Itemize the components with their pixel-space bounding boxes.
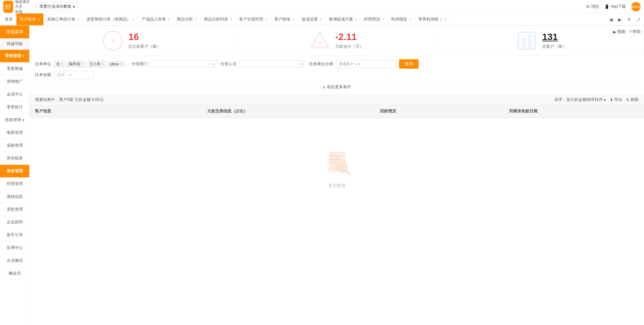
dept-filter-label: 分管部门 [132,61,148,67]
tab-product-analysis[interactable]: 商品分析 × [173,13,201,26]
close-tab-icon[interactable]: × [265,17,267,21]
more-tags-button[interactable]: ... [126,62,129,66]
sidebar-item-enterprise-wechat[interactable]: 企业微信 [0,254,29,267]
sidebar-item-retail-mall[interactable]: 零售商城 [0,63,29,75]
stat-value-debt: -2.11 [335,32,363,42]
question-icon: ? [629,30,632,34]
tab-home[interactable]: 首页 [1,13,16,26]
sidebar-item-operation[interactable]: 经营管理 [0,178,29,190]
sidebar-item-beginner-guide[interactable]: 新手引导 [0,229,29,242]
sidebar-item-system[interactable]: 系统管理 [0,203,29,216]
stat-block-debt: ✦ -2.11 欠款合计（万） [234,26,439,56]
remove-tag-button[interactable]: × [120,62,122,66]
close-tab-icon[interactable]: × [38,17,40,21]
remove-tag-button[interactable]: × [61,62,63,66]
close-tab-icon[interactable]: × [293,17,295,21]
sidebar-item-inventory[interactable]: 库存核算 [0,152,29,165]
col-header-repayment: 回款情况 [380,108,509,114]
close-tab-icon[interactable]: × [195,17,197,21]
tab-profit-report[interactable]: 利润报告 × [388,13,415,26]
close-tab-icon[interactable]: × [168,17,170,21]
empty-state: 暂无数据 [30,118,644,216]
table-header: 客户信息 欠款交易信息（占比） 回款情况 到期未收款日期 [30,105,644,118]
video-button[interactable]: ▶ 视频 [613,29,625,35]
export-button[interactable]: ⬆ 导出 [610,97,622,103]
sidebar-item-marketing[interactable]: 营销推广 [0,75,29,88]
sidebar-item-member-center[interactable]: 会员中心 [0,88,29,101]
person-select[interactable]: ··· ▾ [239,60,306,68]
app-download-button[interactable]: 📱 App下载 [604,4,626,9]
tab-product-inbound[interactable]: 产成品入库单 × [138,13,174,26]
col-header-debt-info: 欠款交易信息（占比） [207,108,380,114]
sidebar-item-enterprise-collab[interactable]: 企业协同 [0,216,29,229]
chevron-down-icon: ▾ [213,62,215,66]
tab-purchase-order-stats[interactable]: 采购订单统计表 × [44,13,83,26]
close-tab-icon[interactable]: × [320,17,322,21]
sidebar-item-app-center[interactable]: 应用中心 [0,242,29,254]
remove-tag-button[interactable]: × [101,62,103,66]
tab-product-analysis-list[interactable]: 商品分析列表 × [201,13,236,26]
sidebar-item-ecommerce[interactable]: 电商管理 [0,127,29,139]
tab-close-all-button[interactable]: ✕ [625,17,633,22]
chevron-down-icon: ▾ [70,73,71,77]
remove-category-button[interactable]: × [355,62,357,66]
search-button[interactable]: 查询 [399,59,419,69]
close-tab-icon[interactable]: × [355,17,357,21]
tab-retail-profit[interactable]: 零售利润报（ × [415,13,450,26]
svg-line-13 [346,171,350,175]
sidebar-nav[interactable]: 快捷导航 [0,38,29,50]
tab-operation[interactable]: 经营情况 × [360,13,388,26]
stat-values-debt: -2.11 欠款合计（万） [335,32,363,49]
sidebar-search[interactable]: 搜索菜单 [0,26,29,38]
category-tag: 普通客户 × [339,62,357,67]
close-tab-icon[interactable]: × [382,17,384,21]
collapse-filter-button[interactable]: ∧ 收起更多条件 [317,83,356,91]
person-filter-label: 分管人员 [220,61,237,67]
chevron-icon: ▾ [23,118,24,122]
tab-bar: 首页 客户账本 × 采购订单统计表 × 进货单统计表（按商品） × 产成品入库单… [0,13,644,26]
tab-prev-button[interactable]: ◀ [607,17,615,22]
category-select[interactable]: 普通客户 × ▾ [336,60,396,68]
play-icon: ▶ [613,30,616,34]
table-area: 客户信息 欠款交易信息（占比） 回款情况 到期未收款日期 [30,105,644,325]
sidebar-item-wholesale[interactable]: 批发管理 ▾ [0,114,29,127]
close-tab-icon[interactable]: × [409,17,411,21]
tab-customer-contact[interactable]: 客户联络 × [271,13,298,26]
sidebar-item-retail-stats[interactable]: 零售统计 [0,101,29,114]
stat-values-total: 131 总客户（家） [542,32,566,49]
close-tab-icon[interactable]: × [230,17,232,21]
balance-select[interactable]: 选择... ▾ [54,71,94,79]
stat-label-customers: 总欠款客户（家） [128,44,161,49]
results-bar: 搜索结果中，客户0家 欠款金额 0.00元 排序：按欠款金额倒序排序 ▾ ⬆ 导… [30,95,644,105]
svg-rect-11 [330,162,337,163]
sidebar-item-basic-info[interactable]: 基础信息 [0,190,29,203]
unit-filter-tags: 伍 × 陈民强 × 王小亮 × cjttcw × [54,61,129,68]
col-header-customer: 客户信息 [35,108,207,114]
help-button[interactable]: ? 帮助 [629,29,641,35]
tab-maximize-button[interactable]: ⤢ [635,17,643,22]
dept-select[interactable]: ··· ▾ [151,60,218,68]
tab-add-commission[interactable]: 新增提成方案 × [326,13,361,26]
tab-customer-layer[interactable]: 客户分层经营 × [236,13,271,26]
avatar[interactable]: demo2 [631,2,641,11]
sidebar-item-member-club[interactable]: 畅会员 [0,267,29,280]
close-tab-icon[interactable]: × [444,17,446,21]
more-options-icon: ··· [297,62,300,66]
close-tab-icon[interactable]: × [133,17,135,21]
tab-next-button[interactable]: ▶ [616,17,624,22]
tab-inbound-stats[interactable]: 进货单统计表（按商品） × [83,13,138,26]
close-tab-icon[interactable]: × [77,17,79,21]
empty-icon [320,145,354,179]
more-options-icon: ··· [208,62,212,66]
sidebar-item-retail-management[interactable]: 零售管理 ▾ [0,50,29,63]
tab-commission-settings[interactable]: 提成设置 × [298,13,326,26]
message-button[interactable]: ✉ 消息 [586,4,599,9]
sidebar-item-finance[interactable]: 资金管理 [0,165,29,178]
sidebar-item-purchase[interactable]: 采购管理 [0,139,29,152]
refresh-button[interactable]: ↻ 刷新 [626,97,639,103]
remove-tag-button[interactable]: × [81,62,83,66]
filter-area: 往来单位 伍 × 陈民强 × 王小亮 × [30,56,644,95]
results-actions: 排序：按欠款金额倒序排序 ▾ ⬆ 导出 ↻ 刷新 [554,97,639,103]
company-select[interactable]: 母婴行业演示帐套 ▾ [36,2,78,11]
tab-customer-account[interactable]: 客户账本 × [16,13,44,26]
